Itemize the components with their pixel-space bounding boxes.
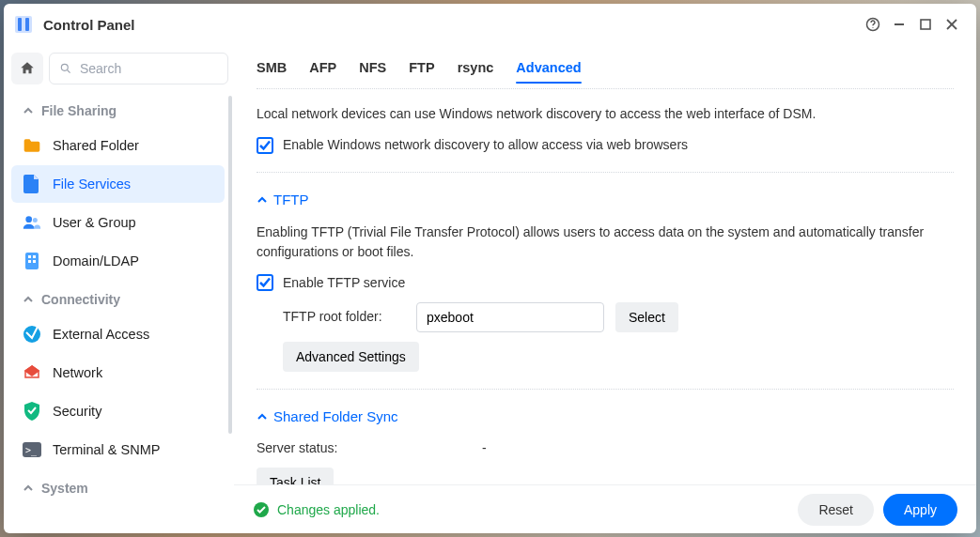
reset-button[interactable]: Reset [798, 494, 874, 526]
sidebar-item-external-access[interactable]: External Access [11, 315, 225, 353]
svg-rect-15 [33, 255, 36, 258]
tftp-description: Enabling TFTP (Trivial File Transfer Pro… [257, 222, 954, 262]
chevron-up-icon [23, 483, 34, 494]
domain-icon [23, 252, 41, 270]
svg-point-4 [872, 27, 873, 28]
svg-rect-1 [18, 18, 22, 31]
main-panel: SMB AFP NFS FTP rsync Advanced Local net… [234, 45, 976, 533]
terminal-icon: >_ [23, 440, 41, 459]
sidebar-item-label: User & Group [53, 215, 136, 230]
sync-status-value: - [482, 438, 487, 458]
section-system[interactable]: System [11, 469, 225, 503]
tab-afp[interactable]: AFP [309, 60, 336, 83]
svg-point-11 [25, 216, 32, 222]
sidebar-item-label: Network [53, 365, 102, 380]
section-label: Connectivity [41, 292, 120, 307]
section-label: File Sharing [41, 103, 117, 118]
sidebar-scrollbar[interactable] [228, 96, 232, 434]
sidebar-item-label: File Services [53, 176, 131, 192]
status-text: Changes applied. [277, 502, 380, 517]
svg-rect-16 [28, 260, 31, 263]
sidebar-item-user-group[interactable]: User & Group [11, 204, 225, 241]
sidebar-item-terminal-snmp[interactable]: >_ Terminal & SNMP [11, 431, 225, 468]
maximize-icon[interactable] [912, 11, 939, 38]
svg-point-18 [23, 326, 40, 343]
search-icon [59, 61, 72, 76]
close-icon[interactable] [939, 11, 965, 38]
sidebar-item-shared-folder[interactable]: Shared Folder [11, 127, 225, 164]
svg-rect-0 [15, 16, 32, 33]
svg-rect-13 [25, 253, 39, 269]
sidebar-item-network[interactable]: Network [11, 354, 225, 391]
tftp-checkbox[interactable] [257, 274, 273, 291]
tab-smb[interactable]: SMB [257, 60, 287, 83]
tab-nfs[interactable]: NFS [359, 60, 386, 83]
tftp-root-input[interactable] [416, 302, 604, 332]
window-title: Control Panel [43, 17, 135, 33]
content-area: Local network devices can use Windows ne… [234, 89, 976, 484]
footer-bar: Changes applied. Reset Apply [234, 484, 976, 533]
chevron-up-icon [23, 294, 34, 305]
group-title: Shared Folder Sync [273, 407, 398, 428]
wnd-checkbox[interactable] [257, 137, 273, 154]
network-icon [23, 363, 41, 382]
tftp-group-header[interactable]: TFTP [257, 190, 954, 211]
svg-line-10 [68, 70, 70, 73]
search-box[interactable] [49, 53, 228, 84]
sidebar-item-label: External Access [53, 327, 149, 342]
svg-point-9 [61, 64, 68, 70]
app-icon [13, 14, 34, 35]
sidebar-item-label: Shared Folder [53, 138, 139, 153]
tabs: SMB AFP NFS FTP rsync Advanced [234, 45, 976, 88]
status-message: Changes applied. [253, 501, 380, 518]
folder-icon [23, 136, 41, 155]
apply-button[interactable]: Apply [883, 494, 957, 526]
tab-rsync[interactable]: rsync [458, 60, 494, 83]
sync-group-header[interactable]: Shared Folder Sync [257, 407, 954, 428]
search-input[interactable] [80, 61, 218, 76]
sidebar-item-domain-ldap[interactable]: Domain/LDAP [11, 242, 225, 280]
task-list-button[interactable]: Task List [257, 468, 334, 484]
svg-rect-14 [28, 255, 31, 258]
sidebar-item-label: Terminal & SNMP [53, 442, 160, 457]
wnd-description: Local network devices can use Windows ne… [257, 104, 954, 124]
users-icon [23, 213, 41, 232]
home-button[interactable] [11, 53, 43, 84]
success-icon [253, 501, 270, 518]
tftp-checkbox-label: Enable TFTP service [283, 273, 405, 293]
tftp-select-button[interactable]: Select [615, 302, 678, 332]
chevron-up-icon [257, 411, 268, 422]
minimize-icon[interactable] [886, 11, 912, 38]
svg-rect-2 [25, 18, 29, 31]
tab-advanced[interactable]: Advanced [516, 60, 581, 83]
sidebar-item-file-services[interactable]: File Services [11, 165, 225, 203]
svg-point-12 [33, 218, 38, 222]
window: Control Panel File Sharing [4, 4, 976, 533]
section-file-sharing[interactable]: File Sharing [11, 92, 225, 126]
chevron-up-icon [23, 105, 34, 116]
home-icon [19, 60, 36, 77]
svg-rect-6 [921, 20, 930, 29]
tab-ftp[interactable]: FTP [409, 60, 434, 83]
help-icon[interactable] [860, 11, 886, 38]
sidebar-item-label: Domain/LDAP [53, 253, 139, 268]
sync-status-label: Server status: [257, 438, 444, 458]
external-icon [23, 325, 41, 344]
sidebar-item-label: Security [53, 404, 101, 419]
section-connectivity[interactable]: Connectivity [11, 281, 225, 315]
section-label: System [41, 481, 88, 496]
tftp-advanced-settings-button[interactable]: Advanced Settings [283, 342, 419, 372]
titlebar: Control Panel [4, 4, 976, 45]
sidebar-item-security[interactable]: Security [11, 392, 225, 430]
sidebar: File Sharing Shared Folder File Services… [4, 45, 234, 533]
chevron-up-icon [257, 194, 268, 206]
group-title: TFTP [273, 190, 309, 211]
wnd-checkbox-label: Enable Windows network discovery to allo… [283, 135, 688, 155]
svg-rect-17 [33, 260, 36, 263]
shield-icon [23, 402, 41, 421]
tftp-root-label: TFTP root folder: [283, 307, 405, 327]
file-icon [23, 175, 41, 193]
